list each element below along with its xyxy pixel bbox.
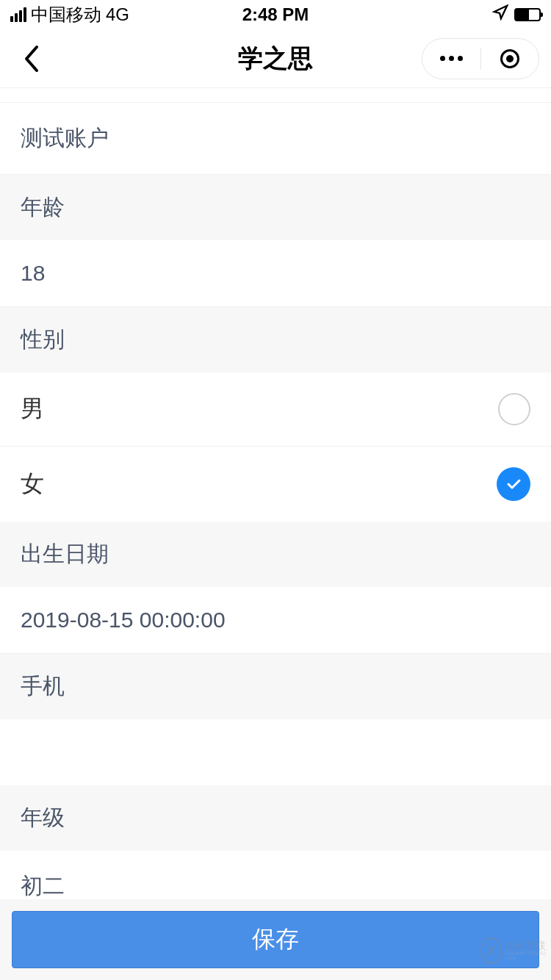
network-label: 4G [106,4,129,25]
gender-option-male[interactable]: 男 [0,372,551,446]
gender-label: 性别 [0,307,551,372]
location-icon [492,4,508,25]
back-button[interactable] [18,44,47,73]
save-button-label: 保存 [252,923,299,956]
watermark-logo-icon: X [480,937,502,964]
target-icon [500,49,519,68]
phone-input[interactable] [0,719,551,785]
more-icon [440,56,463,61]
grade-label: 年级 [0,785,551,851]
watermark: X 创新互联 CHUANG XIN HU LIAN [480,936,547,965]
chevron-left-icon [24,44,41,73]
gender-option-female[interactable]: 女 [0,446,551,522]
check-icon [505,475,522,493]
nav-bar: 学之思 [0,29,551,88]
capsule-menu-button[interactable] [422,39,480,79]
status-bar: 中国移动 4G 2:48 PM [0,0,551,29]
footer: 保存 [0,899,551,980]
page-title: 学之思 [238,42,313,76]
age-input[interactable]: 18 [0,240,551,307]
birthdate-label: 出生日期 [0,522,551,587]
signal-icon [10,7,26,22]
watermark-brand: 创新互联 [505,940,547,951]
capsule-close-button[interactable] [481,39,539,79]
status-time: 2:48 PM [242,4,309,25]
radio-unchecked-icon [498,393,530,425]
phone-label: 手机 [0,654,551,719]
birthdate-input[interactable]: 2019-08-15 00:00:00 [0,587,551,654]
age-label: 年龄 [0,175,551,240]
gender-male-label: 男 [21,393,44,425]
status-right [492,4,541,25]
battery-icon [514,8,541,21]
partial-cut-section [0,88,551,103]
save-button[interactable]: 保存 [12,911,539,968]
account-value[interactable]: 测试账户 [0,103,551,175]
radio-checked-icon [497,467,530,501]
form-content: 测试账户 年龄 18 性别 男 女 出生日期 2019-08-15 00:00:… [0,88,551,922]
status-left: 中国移动 4G [10,3,129,26]
miniprogram-capsule [422,38,539,79]
gender-female-label: 女 [21,468,44,500]
carrier-label: 中国移动 [31,3,101,26]
